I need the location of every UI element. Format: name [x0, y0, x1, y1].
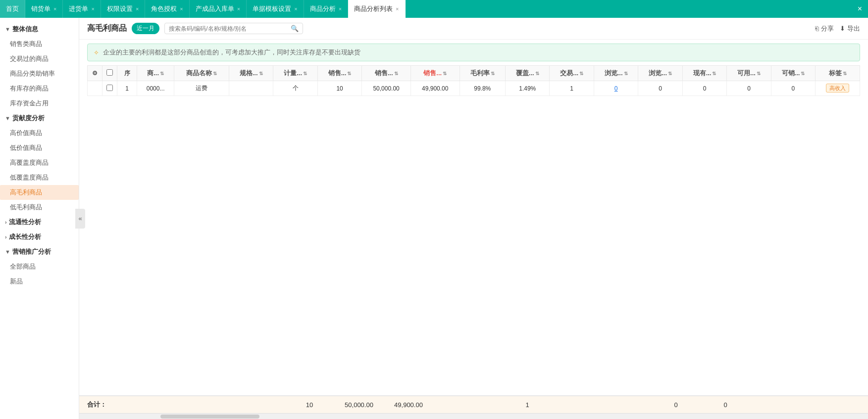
- col-header-coverage[interactable]: 覆盖... ⇅: [506, 66, 550, 81]
- col-header-name[interactable]: 商品名称 ⇅: [174, 66, 229, 81]
- cell-coverage: 1.49%: [506, 81, 550, 96]
- cell-seq: 1: [117, 81, 137, 96]
- nav-tab-sales[interactable]: 销货单 ×: [25, 0, 63, 18]
- sidebar-item-sales-goods[interactable]: 销售类商品: [0, 37, 79, 51]
- close-all-tabs[interactable]: ×: [852, 4, 868, 13]
- sidebar-item-low-value[interactable]: 低价值商品: [0, 140, 79, 155]
- col-header-code[interactable]: 商... ⇅: [137, 66, 174, 81]
- footer-sales-amt: 50,000.00: [339, 401, 379, 409]
- footer-current-stock: 0: [656, 401, 696, 409]
- search-input[interactable]: [169, 25, 291, 32]
- arrow-overall: ▼: [5, 26, 10, 32]
- sort-qty-icon: ⇅: [347, 71, 351, 76]
- cell-sales-qty: 10: [317, 81, 361, 96]
- footer-label: 合计：: [87, 400, 106, 409]
- sidebar-collapse-button[interactable]: «: [75, 209, 85, 229]
- close-tab-product-inbound[interactable]: ×: [237, 6, 240, 12]
- col-header-transaction[interactable]: 交易... ⇅: [550, 66, 594, 81]
- col-header-sales-profit[interactable]: 销售... ⇅: [410, 66, 460, 81]
- col-header-check[interactable]: [102, 66, 117, 81]
- close-tab-template[interactable]: ×: [294, 6, 297, 12]
- col-header-available[interactable]: 可用... ⇅: [727, 66, 771, 81]
- col-header-unit[interactable]: 计量... ⇅: [273, 66, 317, 81]
- sort-view1-icon: ⇅: [624, 71, 628, 76]
- nav-tab-home[interactable]: 首页: [0, 0, 25, 18]
- table-container: ⚙ 序 商... ⇅ 商品名称: [79, 65, 868, 395]
- close-tab-permissions[interactable]: ×: [136, 6, 139, 12]
- sidebar-item-high-coverage[interactable]: 高覆盖度商品: [0, 155, 79, 170]
- cell-check[interactable]: [102, 81, 117, 96]
- table-header-row: ⚙ 序 商... ⇅ 商品名称: [88, 66, 860, 81]
- sidebar-item-traded-goods[interactable]: 交易过的商品: [0, 51, 79, 66]
- cell-sales-profit: 49,900.00: [410, 81, 460, 96]
- col-header-sales-qty[interactable]: 销售... ⇅: [317, 66, 361, 81]
- export-icon: ⬇: [840, 25, 845, 32]
- cell-view1[interactable]: 0: [594, 81, 638, 96]
- sidebar: ▼ 整体信息 销售类商品 交易过的商品 商品分类助销率 有库存的商品 库存资金占…: [0, 18, 79, 419]
- horizontal-scrollbar[interactable]: [79, 413, 868, 419]
- col-header-spec[interactable]: 规格... ⇅: [229, 66, 273, 81]
- col-header-tag[interactable]: 标签 ⇅: [816, 66, 860, 81]
- filter-month-button[interactable]: 近一月: [132, 23, 159, 34]
- export-button[interactable]: ⬇ 导出: [840, 24, 860, 33]
- search-box: 🔍: [164, 23, 303, 34]
- sidebar-item-high-value[interactable]: 高价值商品: [0, 126, 79, 140]
- arrow-growth: ›: [5, 234, 7, 240]
- sidebar-item-in-stock[interactable]: 有库存的商品: [0, 81, 79, 96]
- footer-sales-profit: 49,900.00: [389, 401, 428, 409]
- sidebar-group-marketing[interactable]: ▼ 营销推广分析: [0, 244, 79, 259]
- sort-unit-icon: ⇅: [303, 71, 307, 76]
- footer-transaction: 1: [508, 401, 547, 409]
- page-title: 高毛利商品: [87, 23, 127, 34]
- row-checkbox[interactable]: [106, 85, 113, 91]
- sidebar-group-flow[interactable]: › 流通性分析: [0, 215, 79, 230]
- nav-tab-analytics-list[interactable]: 商品分析列表 ×: [348, 0, 405, 18]
- arrow-contribution: ▼: [5, 115, 10, 121]
- col-header-sellable[interactable]: 可销... ⇅: [771, 66, 815, 81]
- search-icon[interactable]: 🔍: [291, 25, 299, 32]
- col-header-sales-amt[interactable]: 销售... ⇅: [362, 66, 411, 81]
- nav-tab-product-inbound[interactable]: 产成品入库单 ×: [190, 0, 247, 18]
- sidebar-item-all-goods[interactable]: 全部商品: [0, 259, 79, 274]
- share-button[interactable]: ⎗ 分享: [815, 24, 834, 33]
- close-tab-analytics-list[interactable]: ×: [396, 6, 399, 12]
- close-tab-purchase[interactable]: ×: [91, 6, 94, 12]
- sidebar-item-low-coverage[interactable]: 低覆盖度商品: [0, 170, 79, 185]
- cell-gross-margin: 99.8%: [460, 81, 505, 96]
- header-actions: ⎗ 分享 ⬇ 导出: [815, 24, 860, 33]
- cell-settings: [88, 81, 102, 96]
- sidebar-item-stock-capital[interactable]: 库存资金占用: [0, 96, 79, 111]
- sidebar-item-new-goods[interactable]: 新品: [0, 274, 79, 289]
- nav-tab-purchase[interactable]: 进货单 ×: [63, 0, 101, 18]
- data-table: ⚙ 序 商... ⇅ 商品名称: [87, 65, 860, 96]
- main-layout: ▼ 整体信息 销售类商品 交易过的商品 商品分类助销率 有库存的商品 库存资金占…: [0, 18, 868, 419]
- sort-current-stock-icon: ⇅: [712, 71, 716, 76]
- sidebar-item-high-margin[interactable]: 高毛利商品: [0, 185, 79, 200]
- share-icon: ⎗: [815, 25, 819, 32]
- col-header-gross-margin[interactable]: 毛利率 ⇅: [460, 66, 505, 81]
- sort-name-icon: ⇅: [213, 71, 217, 76]
- close-tab-roles[interactable]: ×: [180, 6, 183, 12]
- sidebar-group-overall[interactable]: ▼ 整体信息: [0, 22, 79, 37]
- nav-tab-permissions[interactable]: 权限设置 ×: [101, 0, 145, 18]
- table-footer: 合计： 10 50,000.00 49,900.00 1 0 0: [79, 395, 868, 413]
- cell-code: 0000...: [137, 81, 174, 96]
- scroll-thumb[interactable]: [160, 415, 259, 419]
- close-tab-analytics[interactable]: ×: [339, 6, 342, 12]
- col-header-current-stock[interactable]: 现有... ⇅: [682, 66, 726, 81]
- col-header-settings[interactable]: ⚙: [88, 66, 102, 81]
- nav-tab-template[interactable]: 单据模板设置 ×: [247, 0, 304, 18]
- close-tab-sales[interactable]: ×: [53, 6, 56, 12]
- info-banner: ✧ 企业的主要的利润都是这部分商品创造的，可考虑加大推广，同时关注库存是不要出现…: [87, 44, 860, 61]
- nav-tab-roles[interactable]: 角色授权 ×: [145, 0, 189, 18]
- select-all-checkbox[interactable]: [106, 69, 113, 76]
- sidebar-item-category-rate[interactable]: 商品分类助销率: [0, 66, 79, 81]
- col-header-view2[interactable]: 浏览... ⇅: [638, 66, 682, 81]
- nav-tab-analytics[interactable]: 商品分析 ×: [304, 0, 348, 18]
- sidebar-group-growth[interactable]: › 成长性分析: [0, 230, 79, 244]
- info-text: 企业的主要的利润都是这部分商品创造的，可考虑加大推广，同时关注库存是不要出现缺货: [103, 48, 360, 57]
- sidebar-item-low-margin[interactable]: 低毛利商品: [0, 200, 79, 215]
- sort-available-icon: ⇅: [757, 71, 761, 76]
- col-header-view1[interactable]: 浏览... ⇅: [594, 66, 638, 81]
- sidebar-group-contribution[interactable]: ▼ 贡献度分析: [0, 111, 79, 126]
